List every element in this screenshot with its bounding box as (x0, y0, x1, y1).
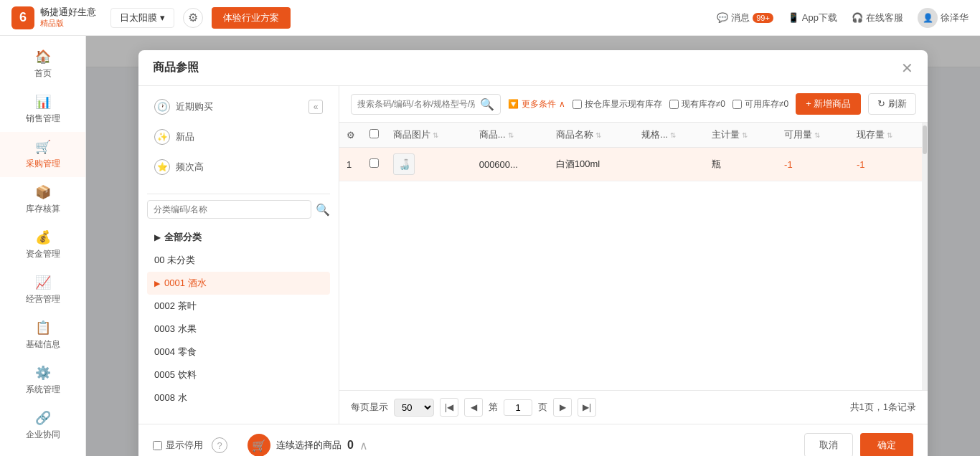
messages-btn[interactable]: 💬 消息 99+ (717, 11, 773, 24)
modal-header: 商品参照 ✕ (138, 50, 928, 86)
category-search-input[interactable] (147, 200, 311, 219)
top-nav: 6 畅捷通好生意 精品版 日太阳膜 ▾ ⚙ 体验行业方案 💬 消息 99+ 📱 … (0, 0, 980, 36)
th-image: 商品图片 ⇅ (386, 123, 472, 148)
sidebar-item-operations[interactable]: 📈 经营管理 (0, 267, 85, 313)
cat-item-0001[interactable]: ▶ 0001 酒水 (147, 272, 330, 295)
first-page-btn[interactable]: |◀ (440, 398, 458, 417)
th-spec: 规格... ⇅ (634, 123, 705, 148)
prev-page-btn[interactable]: ◀ (464, 398, 483, 417)
quick-btn-freq-label: 频次高 (176, 161, 204, 174)
sidebar-item-finance[interactable]: 💰 资金管理 (0, 222, 85, 267)
modal-close-btn[interactable]: ✕ (901, 61, 913, 75)
td-code: 000600... (472, 148, 549, 181)
settings-icon[interactable]: ⚙ (183, 8, 203, 28)
td-available: -1 (777, 148, 849, 181)
table-settings-icon[interactable]: ⚙ (347, 130, 355, 141)
user-area[interactable]: 👤 徐泽华 (918, 8, 969, 28)
cat-item-all[interactable]: ▶ 全部分类 (147, 226, 330, 249)
check-nonzero-stock-input[interactable] (669, 100, 679, 109)
product-search-input[interactable] (357, 99, 476, 109)
th-settings[interactable]: ⚙ (339, 123, 362, 148)
expand-cart-btn[interactable]: ∧ (359, 439, 368, 452)
quick-btn-new[interactable]: ✨ 新品 (147, 125, 330, 149)
cancel-btn[interactable]: 取消 (804, 433, 853, 456)
basic-icon: 📋 (35, 320, 51, 336)
divider (147, 194, 330, 194)
search-bar-icon: 🔍 (480, 98, 494, 111)
sidebar-item-guide[interactable]: 🎯 新手引导 (0, 448, 85, 456)
page-size-label: 每页显示 (351, 401, 388, 414)
cat-item-0[interactable]: 00 未分类 (147, 249, 330, 272)
operations-icon: 📈 (35, 275, 51, 290)
sidebar-item-sales[interactable]: 📊 销售管理 (0, 87, 85, 132)
sort-arrows-available: ⇅ (814, 131, 820, 139)
service-btn[interactable]: 🎧 在线客服 (852, 11, 903, 24)
cart-icon[interactable]: 🛒 (248, 434, 270, 456)
category-search-icon[interactable]: 🔍 (316, 203, 330, 217)
th-name-label: 商品名称 (556, 128, 593, 141)
refresh-btn[interactable]: ↻ 刷新 (868, 93, 916, 115)
product-search-bar[interactable]: 🔍 (351, 94, 501, 115)
quick-btn-freq[interactable]: ⭐ 频次高 (147, 155, 330, 179)
page-size-select[interactable]: 50 10 20 100 (394, 399, 434, 417)
quick-btn-recent[interactable]: 🕐 近期购买 « (147, 95, 330, 119)
product-table-container: ⚙ 商品图片 (339, 123, 922, 390)
sidebar-label-finance: 资金管理 (26, 248, 60, 260)
quick-btns: 🕐 近期购买 « ✨ 新品 ⭐ 频次高 (147, 95, 330, 179)
app-download-btn[interactable]: 📱 App下载 (788, 11, 837, 24)
sidebar-item-basic[interactable]: 📋 基础信息 (0, 313, 85, 358)
cat-item-0010[interactable]: 0010 家电 (147, 409, 330, 415)
sidebar-item-purchase[interactable]: 🛒 采购管理 (0, 132, 85, 177)
td-spec (634, 148, 705, 181)
check-warehouse-stock[interactable]: 按仓库显示现有库存 (573, 98, 662, 110)
th-checkbox[interactable] (362, 123, 386, 148)
th-name: 商品名称 ⇅ (549, 123, 635, 148)
cat-item-0008[interactable]: 0008 水 (147, 386, 330, 409)
row-checkbox[interactable] (369, 158, 379, 168)
check-nonzero-stock[interactable]: 现有库存≠0 (669, 98, 725, 110)
help-icon[interactable]: ? (212, 437, 227, 453)
page-number-input[interactable] (504, 399, 532, 416)
page-label: 第 (489, 401, 498, 414)
add-product-btn[interactable]: + 新增商品 (796, 93, 861, 115)
modal-body: 🕐 近期购买 « ✨ 新品 ⭐ 频次高 (138, 86, 928, 424)
messages-badge: 99+ (753, 13, 773, 23)
logo-icon: 6 (11, 6, 34, 29)
table-scrollbar[interactable] (922, 123, 928, 390)
collapse-left-btn[interactable]: « (308, 100, 323, 114)
cat-item-0002[interactable]: 0002 茶叶 (147, 295, 330, 318)
check-warehouse-stock-input[interactable] (573, 100, 582, 109)
nav-selector[interactable]: 日太阳膜 ▾ (110, 8, 174, 28)
sidebar-item-system[interactable]: ⚙️ 系统管理 (0, 358, 85, 403)
sidebar-item-enterprise[interactable]: 🔗 企业协同 (0, 403, 85, 448)
cat-item-0005[interactable]: 0005 饮料 (147, 364, 330, 386)
sidebar-item-home[interactable]: 🏠 首页 (0, 42, 85, 87)
show-disabled-label[interactable]: 显示停用 (153, 439, 203, 452)
modal-overlay: 商品参照 ✕ 🕐 近期购买 « ✨ (86, 36, 980, 456)
modal-left-panel: 🕐 近期购买 « ✨ 新品 ⭐ 频次高 (138, 86, 339, 424)
cat-item-0003[interactable]: 0003 水果 (147, 318, 330, 341)
experience-btn[interactable]: 体验行业方案 (212, 7, 291, 29)
check-available-nonzero[interactable]: 可用库存≠0 (732, 98, 788, 110)
show-disabled-checkbox[interactable] (153, 441, 162, 450)
cat-item-0004[interactable]: 0004 零食 (147, 341, 330, 364)
sidebar-label-sales: 销售管理 (26, 113, 60, 125)
product-thumbnail: 🍶 (393, 153, 415, 175)
td-num: 1 (339, 148, 362, 181)
td-unit: 瓶 (705, 148, 777, 181)
select-all-checkbox[interactable] (369, 129, 379, 138)
sidebar-label-home: 首页 (34, 67, 52, 80)
table-row[interactable]: 1 🍶 (339, 148, 922, 181)
td-name: 白酒100ml (549, 148, 635, 181)
last-page-btn[interactable]: ▶| (578, 398, 596, 417)
next-page-btn[interactable]: ▶ (553, 398, 572, 417)
home-icon: 🏠 (35, 49, 51, 65)
sidebar-label-system: 系统管理 (26, 384, 60, 396)
th-available: 可用量 ⇅ (777, 123, 849, 148)
sidebar-item-inventory[interactable]: 📦 库存核算 (0, 177, 85, 222)
td-checkbox[interactable] (362, 148, 386, 181)
confirm-btn[interactable]: 确定 (860, 433, 913, 456)
filter-more-btn[interactable]: 🔽 更多条件 ∧ (508, 98, 565, 110)
check-available-nonzero-input[interactable] (732, 100, 742, 109)
logo-area: 6 畅捷通好生意 精品版 (11, 6, 96, 29)
